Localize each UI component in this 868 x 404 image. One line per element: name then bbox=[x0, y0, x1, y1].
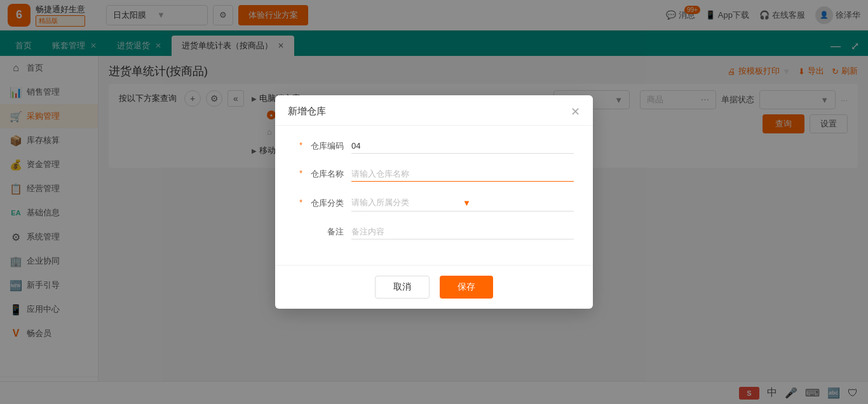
warehouse-name-input[interactable] bbox=[351, 166, 574, 182]
form-row-note: 备注 bbox=[294, 224, 574, 239]
form-row-category: 仓库分类 请输入所属分类 ▼ bbox=[294, 194, 574, 212]
add-warehouse-modal: 新增仓库 ✕ 仓库编码 仓库名称 仓库分类 请输入所属分类 ▼ bbox=[275, 95, 593, 309]
category-arrow-icon: ▼ bbox=[463, 198, 574, 208]
form-row-code: 仓库编码 bbox=[294, 138, 574, 154]
modal-overlay[interactable]: 新增仓库 ✕ 仓库编码 仓库名称 仓库分类 请输入所属分类 ▼ bbox=[0, 0, 868, 404]
modal-title: 新增仓库 bbox=[288, 105, 326, 118]
warehouse-code-input[interactable] bbox=[351, 138, 574, 154]
form-label-category: 仓库分类 bbox=[294, 198, 351, 209]
form-row-name: 仓库名称 bbox=[294, 166, 574, 182]
modal-close-button[interactable]: ✕ bbox=[571, 106, 580, 118]
form-label-name: 仓库名称 bbox=[294, 168, 351, 180]
category-placeholder: 请输入所属分类 bbox=[351, 197, 463, 208]
save-button[interactable]: 保存 bbox=[440, 276, 493, 299]
modal-footer: 取消 保存 bbox=[275, 265, 593, 309]
modal-body: 仓库编码 仓库名称 仓库分类 请输入所属分类 ▼ 备注 bbox=[275, 126, 593, 265]
warehouse-note-input[interactable] bbox=[351, 224, 574, 239]
modal-header: 新增仓库 ✕ bbox=[275, 95, 593, 126]
form-label-code: 仓库编码 bbox=[294, 140, 351, 152]
form-label-note: 备注 bbox=[294, 226, 351, 238]
cancel-button[interactable]: 取消 bbox=[375, 276, 430, 299]
warehouse-category-select[interactable]: 请输入所属分类 ▼ bbox=[351, 194, 574, 212]
